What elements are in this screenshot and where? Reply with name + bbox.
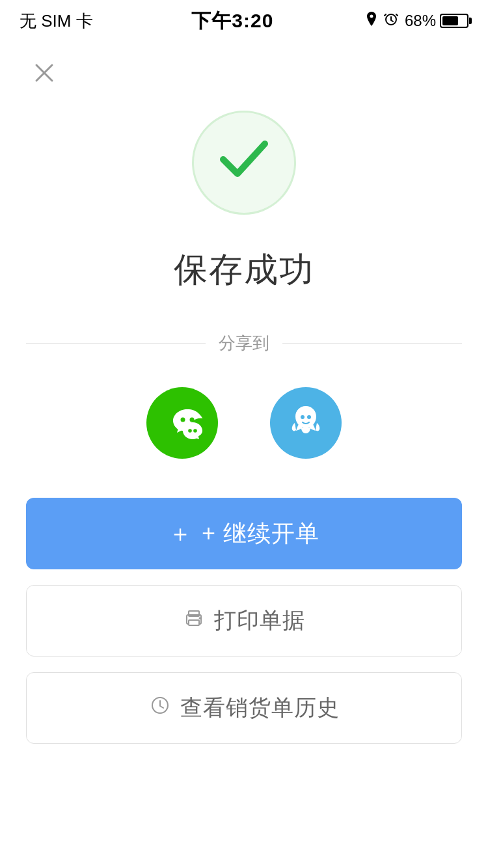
share-section: 分享到 bbox=[26, 332, 462, 459]
battery-indicator: 68% bbox=[405, 12, 468, 30]
action-buttons: ＋ + 继续开单 打印单据 查看销货单历史 bbox=[26, 498, 462, 744]
continue-order-label: + 继续开单 bbox=[202, 518, 319, 550]
svg-point-12 bbox=[199, 617, 201, 619]
svg-rect-11 bbox=[189, 620, 199, 625]
status-time: 下午3:20 bbox=[191, 8, 273, 34]
location-icon bbox=[366, 12, 377, 30]
carrier-text: 无 SIM 卡 bbox=[20, 10, 93, 33]
divider-left bbox=[26, 343, 206, 344]
main-content: 保存成功 分享到 bbox=[0, 42, 488, 770]
status-left: 无 SIM 卡 bbox=[20, 10, 100, 33]
svg-point-4 bbox=[190, 418, 195, 422]
history-label: 查看销货单历史 bbox=[180, 693, 340, 723]
print-button[interactable]: 打印单据 bbox=[26, 585, 462, 657]
svg-point-5 bbox=[188, 429, 192, 433]
success-title: 保存成功 bbox=[174, 247, 314, 293]
close-button[interactable] bbox=[26, 55, 62, 91]
alarm-icon bbox=[384, 12, 398, 30]
history-icon bbox=[149, 694, 171, 722]
share-label: 分享到 bbox=[219, 332, 269, 355]
success-icon-circle bbox=[192, 111, 296, 215]
wechat-share-button[interactable] bbox=[146, 387, 218, 459]
divider-right bbox=[282, 343, 462, 344]
checkmark-icon bbox=[218, 136, 270, 190]
svg-point-7 bbox=[301, 415, 305, 419]
svg-point-6 bbox=[193, 429, 197, 433]
status-right: 68% bbox=[366, 12, 468, 30]
print-label: 打印单据 bbox=[214, 606, 305, 636]
battery-icon bbox=[440, 14, 468, 28]
history-button[interactable]: 查看销货单历史 bbox=[26, 672, 462, 744]
qq-share-button[interactable] bbox=[270, 387, 342, 459]
plus-icon: ＋ bbox=[169, 518, 193, 550]
print-icon bbox=[183, 607, 205, 634]
battery-percentage: 68% bbox=[405, 12, 436, 30]
svg-point-8 bbox=[307, 415, 311, 419]
share-icons-container bbox=[26, 387, 462, 459]
status-bar: 无 SIM 卡 下午3:20 68% bbox=[0, 0, 488, 42]
continue-order-button[interactable]: ＋ + 继续开单 bbox=[26, 498, 462, 569]
share-divider: 分享到 bbox=[26, 332, 462, 355]
svg-point-3 bbox=[181, 418, 185, 422]
